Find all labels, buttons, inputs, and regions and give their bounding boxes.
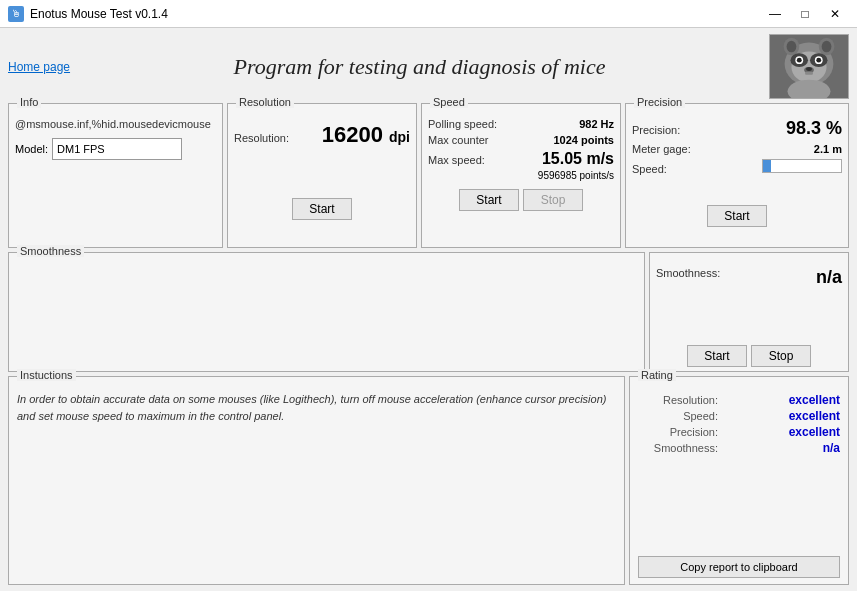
copy-report-button[interactable]: Copy report to clipboard [638,556,840,578]
meter-gage-label: Meter gage: [632,143,691,155]
rating-items: Resolution: excellent Speed: excellent P… [638,393,840,457]
precision-section-label: Precision [634,96,685,108]
rating-panel: Rating Resolution: excellent Speed: exce… [629,376,849,585]
instructions-section-label: Instuctions [17,369,76,381]
title-bar-controls: — □ ✕ [761,4,849,24]
smoothness-value: n/a [816,267,842,288]
precision-start-button[interactable]: Start [707,205,767,227]
svg-point-5 [822,41,832,53]
smoothness-main-panel: Smoothness [8,252,645,372]
precision-btn-row: Start [632,205,842,227]
meter-gage-value: 2.1 m [814,143,842,155]
rating-resolution-value: excellent [789,393,840,407]
smoothness-section-label: Smoothness [17,245,84,257]
home-page-link[interactable]: Home page [8,60,70,74]
rating-speed-value: excellent [789,409,840,423]
svg-point-12 [816,58,821,63]
instructions-text: In order to obtain accurate data on some… [17,391,616,424]
smoothness-row: Smoothness Smoothness: n/a Start Stop [8,252,849,372]
svg-point-4 [787,41,797,53]
main-title: Program for testing and diagnosis of mic… [70,54,769,80]
rating-smoothness-value: n/a [823,441,840,455]
raccoon-image [769,34,849,99]
header-row: Home page Program for testing and diagno… [8,34,849,99]
max-counter-value: 1024 points [553,134,614,146]
title-bar-left: 🖱 Enotus Mouse Test v0.1.4 [8,6,168,22]
smoothness-start-button[interactable]: Start [687,345,747,367]
rating-item-resolution: Resolution: excellent [638,393,840,407]
svg-point-14 [806,67,812,71]
polling-speed-row: Polling speed: 982 Hz [428,118,614,130]
max-counter-row: Max counter 1024 points [428,134,614,146]
rating-item-speed: Speed: excellent [638,409,840,423]
rating-precision-label: Precision: [638,426,718,438]
model-label: Model: [15,143,48,155]
model-row: Model: [15,138,216,160]
precision-speed-label: Speed: [632,163,667,175]
maximize-button[interactable]: □ [791,4,819,24]
resolution-row: Resolution: 16200 dpi [234,122,410,148]
app-title: Enotus Mouse Test v0.1.4 [30,7,168,21]
max-counter-label: Max counter [428,134,489,146]
precision-speed-fill [763,160,771,172]
precision-label: Precision: [632,124,680,136]
meter-gage-row: Meter gage: 2.1 m [632,143,842,155]
precision-panel: Precision Precision: 98.3 % Meter gage: … [625,103,849,248]
precision-data: Precision: 98.3 % Meter gage: 2.1 m Spee… [632,118,842,175]
smoothness-value-row: Smoothness: n/a [656,267,842,288]
rating-precision-value: excellent [789,425,840,439]
minimize-button[interactable]: — [761,4,789,24]
speed-stop-button[interactable]: Stop [523,189,583,211]
max-speed-value: 15.05 m/s [542,150,614,168]
extra-value: 9596985 points/s [428,170,614,181]
speed-panel: Speed Polling speed: 982 Hz Max counter … [421,103,621,248]
close-button[interactable]: ✕ [821,4,849,24]
polling-speed-label: Polling speed: [428,118,497,130]
info-section-label: Info [17,96,41,108]
smoothness-label: Smoothness: [656,267,720,288]
svg-rect-15 [805,72,813,75]
app-icon: 🖱 [8,6,24,22]
max-speed-row: Max speed: 15.05 m/s [428,150,614,168]
rating-resolution-label: Resolution: [638,394,718,406]
top-panels-row: Info @msmouse.inf,%hid.mousedevicmouse M… [8,103,849,248]
resolution-section-label: Resolution [236,96,294,108]
smoothness-stop-button[interactable]: Stop [751,345,811,367]
max-speed-label: Max speed: [428,154,485,166]
precision-row: Precision: 98.3 % [632,118,842,139]
resolution-btn-row: Start [234,198,410,220]
title-bar: 🖱 Enotus Mouse Test v0.1.4 — □ ✕ [0,0,857,28]
rating-speed-label: Speed: [638,410,718,422]
instructions-panel: Instuctions In order to obtain accurate … [8,376,625,585]
precision-value: 98.3 % [786,118,842,139]
model-input[interactable] [52,138,182,160]
resolution-panel: Resolution Resolution: 16200 dpi Start [227,103,417,248]
resolution-start-button[interactable]: Start [292,198,352,220]
resolution-label: Resolution: [234,132,289,144]
precision-speed-bar [762,159,842,173]
speed-btn-row: Start Stop [428,189,614,211]
rating-section-label: Rating [638,369,676,381]
smoothness-btn-row: Start Stop [656,345,842,367]
rating-item-smoothness: Smoothness: n/a [638,441,840,455]
app-body: Home page Program for testing and diagno… [0,28,857,591]
info-panel: Info @msmouse.inf,%hid.mousedevicmouse M… [8,103,223,248]
svg-point-11 [797,58,802,63]
rating-smoothness-label: Smoothness: [638,442,718,454]
rating-item-precision: Precision: excellent [638,425,840,439]
resolution-value: 16200 dpi [322,122,410,148]
smoothness-right-panel: Smoothness: n/a Start Stop [649,252,849,372]
info-text: @msmouse.inf,%hid.mousedevicmouse [15,118,216,130]
speed-section-label: Speed [430,96,468,108]
precision-speed-row: Speed: [632,159,842,175]
bottom-row: Instuctions In order to obtain accurate … [8,376,849,585]
polling-speed-value: 982 Hz [579,118,614,130]
speed-start-button[interactable]: Start [459,189,519,211]
